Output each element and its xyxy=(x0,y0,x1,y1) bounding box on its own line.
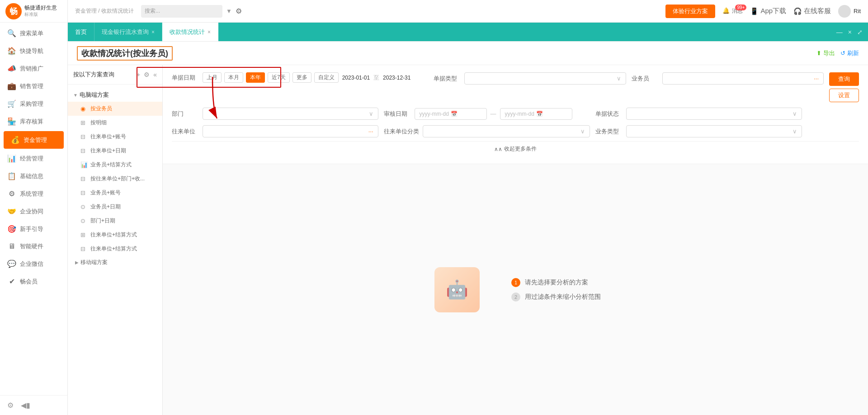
tree-item-4[interactable]: 📊 业务员+结算方式 xyxy=(68,158,162,172)
collapse-footer-icon[interactable]: ◀▮ xyxy=(21,401,30,410)
date-7days[interactable]: 近7天 xyxy=(268,72,290,83)
business-type-select[interactable]: ∨ xyxy=(626,125,802,137)
sidebar-item-label: 系统管理 xyxy=(20,190,43,198)
tree-item-1[interactable]: ⊞ 按明细 xyxy=(68,116,162,130)
tree-group-mobile-header[interactable]: ▶ 移动端方案 xyxy=(68,256,162,269)
sidebar-item-member[interactable]: ✔ 畅会员 xyxy=(0,273,67,290)
online-service-link[interactable]: 🎧 在线客服 xyxy=(793,7,831,15)
sidebar-item-wechat[interactable]: 💬 企业微信 xyxy=(0,255,67,273)
tree-item-icon-3: ⊟ xyxy=(80,147,88,154)
maximize-icon[interactable]: ⤢ xyxy=(857,28,863,36)
date-more[interactable]: 更多 xyxy=(292,72,311,83)
dept-select[interactable]: ∨ xyxy=(203,108,378,120)
tree-item-0[interactable]: ◉ 按业务员 xyxy=(68,102,162,116)
collapse-panel-icon[interactable]: « xyxy=(153,71,157,78)
app-download-link[interactable]: 📱 App下载 xyxy=(750,7,786,15)
finance-icon: 💰 xyxy=(11,136,20,144)
close-tab-icon[interactable]: × xyxy=(848,28,852,36)
date-this-month[interactable]: 本月 xyxy=(224,72,243,83)
sidebar-item-label: 企业协同 xyxy=(20,208,43,216)
sidebar-item-management[interactable]: 📊 经营管理 xyxy=(0,150,67,167)
chevron-down-icon[interactable]: ▼ xyxy=(226,8,232,14)
doc-status-select[interactable]: ∨ xyxy=(626,108,802,120)
counterparty-category-select[interactable]: ∨ xyxy=(423,125,590,137)
sidebar-item-hardware[interactable]: 🖥 智能硬件 xyxy=(0,238,67,255)
tree-item-5[interactable]: ⊟ 按往来单位+部门+收... xyxy=(68,172,162,186)
sidebar-item-finance[interactable]: 💰 资金管理 xyxy=(4,131,64,149)
settings-footer-icon[interactable]: ⚙ xyxy=(7,401,14,410)
system-icon: ⚙ xyxy=(7,189,16,198)
export-btn[interactable]: ⬆ 导出 xyxy=(816,49,835,57)
review-date-from[interactable]: yyyy-mm-dd 📅 xyxy=(415,108,487,120)
sidebar-item-marketing[interactable]: 📣 营销推广 xyxy=(0,60,67,77)
tree-item-8[interactable]: ⊙ 部门+日期 xyxy=(68,214,162,228)
refresh-btn[interactable]: ↺ 刷新 xyxy=(840,49,859,57)
step-num-2: 2 xyxy=(511,292,520,302)
tab-home[interactable]: 首页 xyxy=(68,23,94,41)
query-btn[interactable]: 查询 xyxy=(829,72,859,86)
tab-home-label: 首页 xyxy=(75,28,87,36)
business-type-arrow: ∨ xyxy=(793,128,797,135)
username: Rit xyxy=(854,8,861,14)
date-to: 2023-12-31 xyxy=(383,75,410,81)
edition-badge: 标准版 xyxy=(24,11,57,18)
tree-item-9[interactable]: ⊞ 往来单位+结算方式 xyxy=(68,228,162,242)
robot-icon: 🤖 xyxy=(434,267,480,312)
tab-bank-close[interactable]: × xyxy=(151,29,155,35)
refresh-icon: ↺ xyxy=(840,50,845,57)
scheme-settings-icon[interactable]: ⚙ xyxy=(144,71,150,78)
date-dash: — xyxy=(491,110,496,117)
sidebar-item-label: 采购管理 xyxy=(20,100,43,108)
date-custom[interactable]: 自定义 xyxy=(314,72,339,83)
tab-receipt[interactable]: 收款情况统计 × xyxy=(162,23,218,41)
tree-item-6[interactable]: ⊟ 业务员+账号 xyxy=(68,186,162,200)
sidebar-item-enterprise[interactable]: 🤝 企业协同 xyxy=(0,203,67,220)
settings-btn[interactable]: 设置 xyxy=(829,89,859,102)
minimize-icon[interactable]: — xyxy=(836,28,843,36)
tab-bank[interactable]: 现金银行流水查询 × xyxy=(94,23,162,41)
tab-bank-label: 现金银行流水查询 xyxy=(102,28,149,36)
review-date-to[interactable]: yyyy-mm-dd 📅 xyxy=(500,108,572,120)
sidebar-item-label: 资金管理 xyxy=(24,136,47,144)
counterparty-select[interactable]: ··· xyxy=(203,125,378,137)
tree-item-10[interactable]: ⊟ 往来单位+结算方式 xyxy=(68,242,162,256)
tree-item-icon-5: ⊟ xyxy=(80,175,88,182)
user-area[interactable]: Rit xyxy=(838,5,861,18)
sidebar-item-guide[interactable]: 🎯 新手引导 xyxy=(0,220,67,238)
message-badge[interactable]: 🔔 99+ 消息 xyxy=(722,7,743,15)
salesman-select[interactable]: ··· xyxy=(662,72,824,85)
salesman-more-icon: ··· xyxy=(814,75,819,82)
date-this-year[interactable]: 本年 xyxy=(246,72,265,83)
sidebar-item-inventory[interactable]: 🏪 库存核算 xyxy=(0,113,67,130)
badge-count: 99+ xyxy=(735,5,746,10)
gear-icon[interactable]: ⚙ xyxy=(236,7,242,15)
sidebar-item-base[interactable]: 📋 基础信息 xyxy=(0,167,67,185)
step-1-text: 请先选择要分析的方案 xyxy=(525,278,588,287)
date-last-month[interactable]: 上月 xyxy=(203,72,222,83)
tree-item-icon-1: ⊞ xyxy=(80,119,88,126)
sidebar-item-purchase[interactable]: 🛒 采购管理 xyxy=(0,95,67,113)
side-panel-header: 按以下方案查询 + ⚙ « xyxy=(68,65,162,85)
tree-item-2[interactable]: ⊟ 往来单位+账号 xyxy=(68,130,162,144)
add-scheme-icon[interactable]: + xyxy=(137,71,140,78)
tab-receipt-close[interactable]: × xyxy=(208,29,211,35)
sidebar-item-search[interactable]: 🔍 搜索菜单 xyxy=(0,24,67,42)
tree-group-desktop-header[interactable]: ▼ 电脑端方案 xyxy=(68,88,162,102)
sidebar-item-quicknav[interactable]: 🏠 快捷导航 xyxy=(0,42,67,60)
sidebar-item-system[interactable]: ⚙ 系统管理 xyxy=(0,185,67,203)
sidebar-item-sales[interactable]: 💼 销售管理 xyxy=(0,77,67,95)
collapse-bar[interactable]: ∧∧ 收起更多条件 xyxy=(172,141,859,156)
search-bar[interactable]: 搜索... xyxy=(141,5,222,18)
sidebar-nav: 🔍 搜索菜单 🏠 快捷导航 📣 营销推广 💼 销售管理 🛒 采购管理 🏪 库存核… xyxy=(0,23,67,395)
doc-type-select[interactable]: ∨ xyxy=(464,72,626,85)
calendar-icon-to: 📅 xyxy=(536,111,543,117)
sidebar-item-label: 新手引导 xyxy=(20,225,43,233)
tree-item-3[interactable]: ⊟ 往来单位+日期 xyxy=(68,144,162,158)
tree-item-icon-2: ⊟ xyxy=(80,133,88,140)
scheme-btn[interactable]: 体验行业方案 xyxy=(665,5,715,18)
page-wrapper: 收款情况统计(按业务员) ⬆ 导出 ↺ 刷新 按以下方案查询 xyxy=(68,42,868,415)
tree-item-icon-10: ⊟ xyxy=(80,245,88,252)
sidebar-item-label: 快捷导航 xyxy=(20,47,43,55)
hint-area: 🤖 1 请先选择要分析的方案 2 用过滤条件来缩小分析范围 xyxy=(163,164,868,415)
tree-item-7[interactable]: ⊙ 业务员+日期 xyxy=(68,200,162,214)
